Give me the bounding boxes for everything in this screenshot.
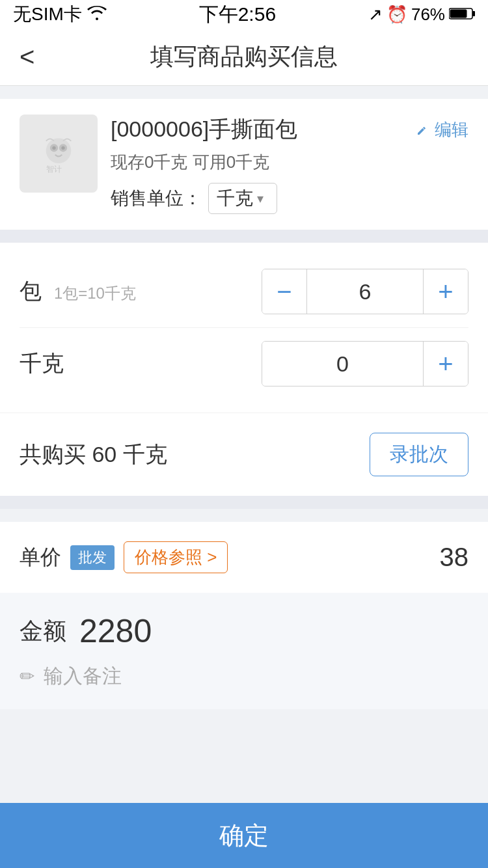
price-section: 单价 批发 价格参照 > 38	[0, 522, 488, 593]
product-stock: 现存0千克 可用0千克	[111, 151, 468, 174]
svg-point-3	[46, 138, 72, 163]
amount-label: 金额	[20, 616, 66, 647]
carrier-label: 无SIM卡	[13, 2, 82, 27]
location-icon: ↗	[368, 5, 383, 25]
status-right: ↗ ⏰ 76%	[368, 5, 475, 25]
bao-minus-button[interactable]: −	[262, 269, 306, 314]
battery-icon	[449, 5, 475, 25]
svg-text:智计: 智计	[46, 165, 62, 174]
product-info: [0000006]手撕面包 编辑 现存0千克 可用0千克 销售单位： 千克 ▾	[111, 115, 468, 214]
bao-qty-input[interactable]	[306, 269, 424, 314]
qty-divider	[20, 327, 468, 328]
price-value: 38	[440, 543, 469, 572]
wifi-icon	[87, 4, 107, 25]
product-image: 智计	[20, 115, 98, 193]
amount-value: 2280	[79, 612, 152, 650]
svg-rect-1	[472, 11, 475, 16]
kg-label: 千克	[20, 349, 64, 379]
status-bar: 无SIM卡 下午2:56 ↗ ⏰ 76%	[0, 0, 488, 29]
bao-sublabel: 1包=10千克	[54, 284, 136, 302]
record-batch-button[interactable]: 录批次	[370, 433, 468, 476]
section-separator-2	[0, 496, 488, 509]
kg-plus-button[interactable]: +	[424, 342, 468, 386]
price-type-tag: 批发	[70, 545, 115, 570]
status-time: 下午2:56	[199, 1, 276, 28]
unit-label: 销售单位：	[111, 186, 202, 211]
bao-plus-button[interactable]: +	[424, 269, 468, 314]
back-button[interactable]: <	[13, 36, 41, 78]
kg-qty-row: 千克 +	[20, 334, 468, 393]
unit-row: 销售单位： 千克 ▾	[111, 183, 468, 214]
amount-row: 金额 2280	[20, 612, 468, 650]
kg-qty-control: +	[262, 341, 468, 387]
unit-select[interactable]: 千克 ▾	[208, 183, 277, 214]
status-left: 无SIM卡	[13, 2, 107, 27]
dropdown-icon: ▾	[257, 191, 264, 206]
product-name: [0000006]手撕面包	[111, 115, 297, 144]
bao-label: 包	[20, 278, 42, 303]
svg-rect-2	[450, 9, 467, 18]
pencil-icon: ✏	[20, 666, 34, 687]
nav-bar: < 填写商品购买信息	[0, 29, 488, 86]
bao-qty-control: − +	[262, 269, 468, 314]
svg-point-7	[61, 146, 64, 150]
svg-point-6	[52, 146, 55, 150]
remark-row[interactable]: ✏ 输入备注	[20, 663, 468, 690]
product-card: 智计 [0000006]手撕面包 编辑 现存0千克 可用0千克 销售单位： 千克…	[0, 99, 488, 230]
section-separator-1	[0, 230, 488, 243]
price-left: 单价 批发 价格参照 >	[20, 541, 228, 573]
alarm-icon: ⏰	[386, 5, 407, 25]
remark-label: 输入备注	[44, 663, 122, 690]
page-title: 填写商品购买信息	[150, 41, 338, 73]
price-label: 单价	[20, 543, 61, 572]
bottom-spacer	[0, 709, 488, 774]
confirm-button[interactable]: 确定	[0, 803, 488, 868]
edit-button[interactable]: 编辑	[416, 118, 468, 141]
battery-label: 76%	[411, 5, 445, 25]
total-row: 共购买 60 千克 录批次	[0, 413, 488, 496]
product-name-row: [0000006]手撕面包 编辑	[111, 115, 468, 144]
bao-qty-row: 包 1包=10千克 − +	[20, 262, 468, 321]
quantity-section: 包 1包=10千克 − + 千克 +	[0, 243, 488, 413]
total-label: 共购买 60 千克	[20, 440, 167, 470]
price-ref-button[interactable]: 价格参照 >	[124, 541, 228, 573]
kg-qty-input[interactable]	[262, 342, 424, 386]
confirm-label: 确定	[219, 819, 269, 852]
price-row: 单价 批发 价格参照 > 38	[20, 541, 468, 573]
amount-section: 金额 2280 ✏ 输入备注	[0, 593, 488, 709]
bao-label-group: 包 1包=10千克	[20, 277, 136, 306]
